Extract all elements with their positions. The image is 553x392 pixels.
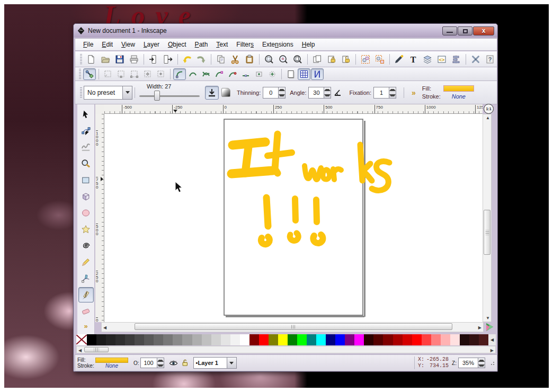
snap-paths-button[interactable] bbox=[186, 68, 199, 80]
menu-object[interactable]: Object bbox=[164, 39, 190, 50]
snap-nodes-button[interactable] bbox=[173, 68, 186, 80]
angle-value[interactable]: 30 bbox=[308, 87, 324, 99]
snap-master-button[interactable] bbox=[83, 68, 96, 80]
new-document-button[interactable] bbox=[84, 52, 98, 66]
palette-swatch[interactable] bbox=[393, 334, 403, 345]
menu-edit[interactable]: Edit bbox=[98, 39, 117, 50]
palette-swatch[interactable] bbox=[460, 334, 469, 345]
menu-filters[interactable]: Filters bbox=[233, 39, 257, 50]
ellipse-tool-button[interactable] bbox=[78, 205, 94, 220]
fixation-value[interactable]: 1 bbox=[373, 87, 389, 99]
window-resize-grip[interactable] bbox=[489, 360, 495, 366]
pen-tool-button[interactable] bbox=[78, 271, 94, 286]
scroll-up-arrow[interactable]: ▲ bbox=[486, 115, 490, 120]
palette-swatch[interactable] bbox=[307, 334, 316, 345]
palette-swatch[interactable] bbox=[412, 334, 422, 345]
palette-swatch[interactable] bbox=[221, 334, 230, 345]
palette-swatch[interactable] bbox=[249, 334, 259, 345]
snap-intersections-button[interactable] bbox=[200, 68, 212, 80]
palette-swatch[interactable] bbox=[115, 334, 125, 345]
toolbar-grip[interactable] bbox=[80, 54, 82, 65]
horizontal-ruler[interactable]: -500-250025050075010001250 bbox=[104, 104, 483, 114]
toolbar-overflow-button[interactable]: » bbox=[412, 88, 416, 97]
export-button[interactable] bbox=[161, 52, 175, 66]
palette-swatch[interactable] bbox=[202, 334, 211, 345]
palette-swatch[interactable] bbox=[173, 334, 182, 345]
snap-bbox-centers-button[interactable] bbox=[155, 68, 167, 80]
palette-swatch-none[interactable] bbox=[76, 334, 87, 345]
title-bar[interactable]: New document 1 - Inkscape x bbox=[74, 24, 497, 38]
menu-text[interactable]: Text bbox=[212, 39, 231, 50]
palette-swatch[interactable] bbox=[211, 334, 221, 345]
palette-swatch[interactable] bbox=[288, 334, 297, 345]
menu-view[interactable]: View bbox=[118, 39, 139, 50]
palette-swatch[interactable] bbox=[316, 334, 326, 345]
snap-bbox-corners-button[interactable] bbox=[128, 68, 141, 80]
palette-swatch[interactable] bbox=[230, 334, 240, 345]
print-button[interactable] bbox=[127, 52, 141, 66]
snap-object-centers-button[interactable] bbox=[253, 68, 265, 80]
horizontal-scrollbar[interactable]: ◀ ▶ bbox=[101, 322, 484, 332]
toolbox-overflow-button[interactable]: » bbox=[84, 322, 87, 330]
ungroup-selection-button[interactable] bbox=[373, 52, 387, 66]
input-devices-button[interactable]: ? bbox=[483, 52, 497, 66]
node-tool-button[interactable] bbox=[78, 123, 94, 138]
palette-scroll-left-button[interactable]: ◀ bbox=[488, 334, 496, 345]
palette-swatch[interactable] bbox=[422, 334, 431, 345]
vertical-scroll-thumb[interactable] bbox=[484, 210, 490, 255]
minimize-button[interactable] bbox=[442, 26, 457, 35]
palette-swatch[interactable] bbox=[364, 334, 373, 345]
palette-swatch[interactable] bbox=[96, 334, 106, 345]
palette-swatch[interactable] bbox=[259, 334, 269, 345]
copy-button[interactable] bbox=[214, 52, 228, 66]
snap-bbox-midpoints-button[interactable] bbox=[141, 68, 154, 80]
palette-scroll-right-arrow[interactable]: ▶ bbox=[490, 348, 494, 353]
palette-swatch[interactable] bbox=[125, 334, 135, 345]
layer-selector[interactable]: •Layer 1 bbox=[193, 357, 237, 369]
group-selection-button[interactable] bbox=[359, 52, 372, 66]
zoom-spinbox[interactable]: 35% bbox=[458, 358, 485, 368]
create-clone-button[interactable] bbox=[325, 52, 338, 66]
color-managed-view-toggle[interactable] bbox=[485, 323, 494, 332]
thinning-value[interactable]: 0 bbox=[263, 87, 279, 99]
palette-swatch[interactable] bbox=[479, 334, 488, 345]
text-dialog-button[interactable]: T bbox=[406, 52, 420, 66]
palette-swatch[interactable] bbox=[297, 334, 307, 345]
undo-button[interactable] bbox=[181, 52, 194, 66]
import-button[interactable] bbox=[147, 52, 160, 66]
snap-bbox-edges-button[interactable] bbox=[115, 68, 128, 80]
opacity-spin-arrows[interactable] bbox=[157, 358, 164, 368]
snap-cusp-nodes-button[interactable] bbox=[213, 68, 226, 80]
scroll-down-arrow[interactable]: ▼ bbox=[486, 316, 490, 320]
align-dialog-button[interactable] bbox=[449, 52, 463, 66]
layer-dropdown-arrow[interactable] bbox=[227, 357, 237, 369]
snap-rotation-centers-button[interactable] bbox=[266, 68, 279, 80]
fill-stroke-dialog-button[interactable] bbox=[393, 52, 406, 66]
toolbar-grip[interactable] bbox=[80, 87, 82, 98]
palette-scroll-thumb[interactable] bbox=[84, 347, 109, 352]
redo-button[interactable] bbox=[194, 52, 208, 66]
layer-visibility-eye-icon[interactable] bbox=[168, 359, 179, 367]
opacity-spinbox[interactable]: 100 bbox=[140, 358, 164, 368]
opacity-value[interactable]: 100 bbox=[140, 358, 157, 368]
palette-swatch[interactable] bbox=[106, 334, 115, 345]
zoom-drawing-button[interactable] bbox=[276, 52, 290, 66]
angle-spinbox[interactable]: 30 bbox=[308, 87, 331, 99]
xml-editor-button[interactable]: <> bbox=[435, 52, 449, 66]
zoom-tool-button[interactable] bbox=[78, 156, 94, 171]
calligraphy-tool-button[interactable] bbox=[78, 287, 94, 302]
page-border-toggle-button[interactable] bbox=[284, 68, 297, 80]
use-tilt-button[interactable] bbox=[331, 86, 345, 100]
scroll-left-arrow[interactable]: ◀ bbox=[103, 325, 106, 330]
palette-swatch[interactable] bbox=[135, 334, 144, 345]
fixation-spin-arrows[interactable] bbox=[389, 87, 396, 99]
thinning-spin-arrows[interactable] bbox=[279, 87, 286, 99]
eraser-tool-button[interactable] bbox=[78, 304, 94, 319]
fill-color-swatch[interactable] bbox=[443, 85, 474, 92]
unlink-clone-button[interactable] bbox=[339, 52, 353, 66]
zoom-spin-arrows[interactable] bbox=[478, 358, 485, 368]
horizontal-scroll-thumb[interactable] bbox=[135, 323, 452, 330]
palette-swatch[interactable] bbox=[335, 334, 345, 345]
palette-swatch[interactable] bbox=[450, 334, 460, 345]
toolbar-grip[interactable] bbox=[79, 69, 81, 79]
